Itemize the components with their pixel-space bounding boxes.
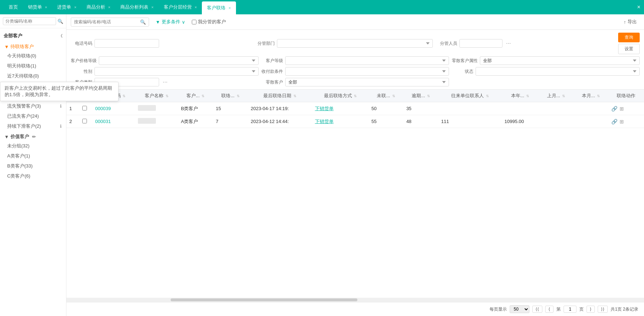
my-customers-checkbox[interactable] xyxy=(192,20,196,24)
manager-ellipsis[interactable]: ··· xyxy=(505,40,512,47)
more-conditions-button[interactable]: ▼ 更多条件 ∨ xyxy=(153,17,188,27)
nav-customer-segmentation[interactable]: 客户分层经营 × xyxy=(159,0,202,14)
manager-input[interactable] xyxy=(459,39,502,48)
scrollbar-thumb[interactable] xyxy=(171,298,357,301)
phone-input[interactable] xyxy=(94,39,159,48)
row-grid-icon-1[interactable]: ⊞ xyxy=(620,106,624,112)
nav-close-customer-contact[interactable]: × xyxy=(228,1,231,14)
triangle-icon: ▼ xyxy=(4,44,9,49)
th-last-contact-date[interactable]: 最后联络日期 ⇅ xyxy=(248,90,312,102)
info-icon-3: ℹ xyxy=(60,124,62,129)
search-input[interactable] xyxy=(74,19,139,24)
nav-close-customer-segmentation[interactable]: × xyxy=(195,0,197,14)
td-code-1[interactable]: 000039 xyxy=(92,102,135,115)
table-row: 1 000039 B类客户 15 2023-04-17 14:19: 下销货单 xyxy=(66,102,644,115)
sidebar-item-tomorrow[interactable]: 明天待联络(1) xyxy=(0,61,66,71)
th-this-year[interactable]: 本年... ⇅ xyxy=(502,90,539,102)
row-grid-icon-2[interactable]: ⊞ xyxy=(620,119,624,124)
sidebar-search-input[interactable] xyxy=(3,17,56,25)
nav-sales-order[interactable]: 销货单 × xyxy=(23,0,52,14)
first-page-button[interactable]: ⟨⟨ xyxy=(532,306,542,313)
sidebar-item-unclassified[interactable]: 未分组(32) xyxy=(0,141,66,151)
filter-cell-gender: 性别 xyxy=(71,67,259,76)
status-select[interactable] xyxy=(476,67,640,76)
settings-button[interactable]: 设置 xyxy=(618,44,640,54)
sidebar-item-b-class[interactable]: B类客户(33) xyxy=(0,161,66,171)
retail-customer-select[interactable]: 全部 xyxy=(285,78,449,86)
top-nav: 首页 销货单 × 进货单 × 商品分析 × 商品分析列表 × 客户分层经营 × … xyxy=(0,0,644,14)
per-page-select[interactable]: 50 20 100 xyxy=(510,305,529,313)
nav-close-sales-order[interactable]: × xyxy=(45,0,47,14)
edit-icon[interactable]: ✏ xyxy=(32,134,36,140)
td-last-method-1[interactable]: 下销货单 xyxy=(312,102,369,115)
th-company-contact[interactable]: 往来单位联系人 ⇅ xyxy=(438,90,501,102)
sidebar-search-area: 🔍 xyxy=(0,14,66,28)
nav-customer-contact[interactable]: 客户联络 × xyxy=(202,1,236,14)
nav-purchase-order[interactable]: 进货单 × xyxy=(52,0,81,14)
th-this-month[interactable]: 本月... ⇅ xyxy=(573,90,608,102)
row-checkbox-1[interactable] xyxy=(82,106,87,110)
dept-select[interactable] xyxy=(277,39,433,48)
td-overdue-2: 48 xyxy=(403,115,438,128)
td-actions-1: 🔗 ⊞ xyxy=(608,102,644,115)
td-this-year-1 xyxy=(502,102,539,115)
row-link-icon-1[interactable]: 🔗 xyxy=(611,106,617,112)
td-index-2: 2 xyxy=(66,115,79,128)
nav-product-analysis[interactable]: 商品分析 × xyxy=(82,0,115,14)
export-button[interactable]: ↑ 导出 xyxy=(621,17,640,27)
next-page-button[interactable]: ⟩ xyxy=(587,306,595,313)
sidebar-search-icon[interactable]: 🔍 xyxy=(57,19,63,24)
last-page-button[interactable]: ⟩⟩ xyxy=(598,306,608,313)
filter-action-btns: 查询 设置 xyxy=(618,33,640,54)
sidebar-all-customers[interactable]: 全部客户 《 xyxy=(0,30,66,41)
th-contacts[interactable]: 联络... ⇅ xyxy=(213,90,248,102)
nav-close-purchase-order[interactable]: × xyxy=(74,0,76,14)
sort-this-month-icon: ⇅ xyxy=(597,94,600,98)
sidebar-item-already-lost[interactable]: 已流失客户(24) xyxy=(0,111,66,121)
price-level-select[interactable] xyxy=(99,56,259,65)
retail-attr-select[interactable]: 全部 xyxy=(480,56,640,65)
row-actions-2: 🔗 ⊞ xyxy=(611,119,641,124)
th-last-contact-method[interactable]: 最后联络方式 ⇅ xyxy=(312,90,369,102)
info-icon-2: ℹ xyxy=(60,104,62,109)
th-class[interactable]: 客户... ⇅ xyxy=(178,90,213,102)
my-customers-checkbox-label: 我分管的客户 xyxy=(192,19,226,25)
sidebar-item-a-class[interactable]: A类客户(1) xyxy=(0,151,66,161)
filter-cell-manager: 分管人员 ··· xyxy=(436,39,615,48)
pagination-bar: 每页显示 50 20 100 ⟨⟨ ⟨ 第 页 ⟩ ⟩⟩ 共1页 2条记录 xyxy=(66,302,644,316)
nav-product-analysis-list[interactable]: 商品分析列表 × xyxy=(115,0,158,14)
th-uncontacted[interactable]: 未联... ⇅ xyxy=(369,90,403,102)
sidebar-value-customers-group[interactable]: ▼ 价值客户 ✏ xyxy=(0,131,66,141)
row-link-icon-2[interactable]: 🔗 xyxy=(611,119,617,124)
row-checkbox-2[interactable] xyxy=(82,119,87,123)
nav-close-all-button[interactable]: × xyxy=(637,4,640,10)
sort-name-icon: ⇅ xyxy=(166,94,168,98)
customer-level-select[interactable] xyxy=(285,56,449,65)
chevron-down-icon: ∨ xyxy=(182,19,185,25)
nav-close-product-analysis-list[interactable]: × xyxy=(151,0,153,14)
customer-type-ellipsis[interactable]: ··· xyxy=(161,79,169,85)
page-input[interactable] xyxy=(564,306,576,313)
nav-home[interactable]: 首页 xyxy=(4,0,23,14)
sort-contacts-icon: ⇅ xyxy=(237,94,240,98)
td-code-2[interactable]: 000031 xyxy=(92,115,135,128)
sidebar-item-c-class[interactable]: C类客户(6) xyxy=(0,171,66,181)
nav-close-product-analysis[interactable]: × xyxy=(108,0,110,14)
prev-page-button[interactable]: ⟨ xyxy=(545,306,553,313)
td-last-method-2[interactable]: 下销货单 xyxy=(312,115,369,128)
sidebar-pending-contact-group[interactable]: ▼ 待联络客户 xyxy=(0,41,66,51)
gender-select[interactable] xyxy=(94,67,259,76)
th-name[interactable]: 客户名称 ⇅ xyxy=(135,90,178,102)
sidebar-item-persistent-decline[interactable]: 持续下滑客户(2) ℹ xyxy=(0,121,66,131)
payment-select[interactable] xyxy=(285,67,449,76)
sidebar-item-lost-warning[interactable]: 流失预警客户(3) ℹ xyxy=(0,101,66,111)
horizontal-scrollbar[interactable] xyxy=(66,298,644,302)
th-last-month[interactable]: 上月... ⇅ xyxy=(538,90,573,102)
th-overdue[interactable]: 逾期... ⇅ xyxy=(403,90,438,102)
search-icon[interactable]: 🔍 xyxy=(140,19,146,25)
query-button[interactable]: 查询 xyxy=(618,33,640,42)
sidebar-item-7days[interactable]: 近7天待联络(0) xyxy=(0,71,66,81)
td-checkbox-1 xyxy=(79,102,92,115)
sidebar-item-today[interactable]: 今天待联络(0) xyxy=(0,51,66,61)
sort-last-month-icon: ⇅ xyxy=(562,94,565,98)
